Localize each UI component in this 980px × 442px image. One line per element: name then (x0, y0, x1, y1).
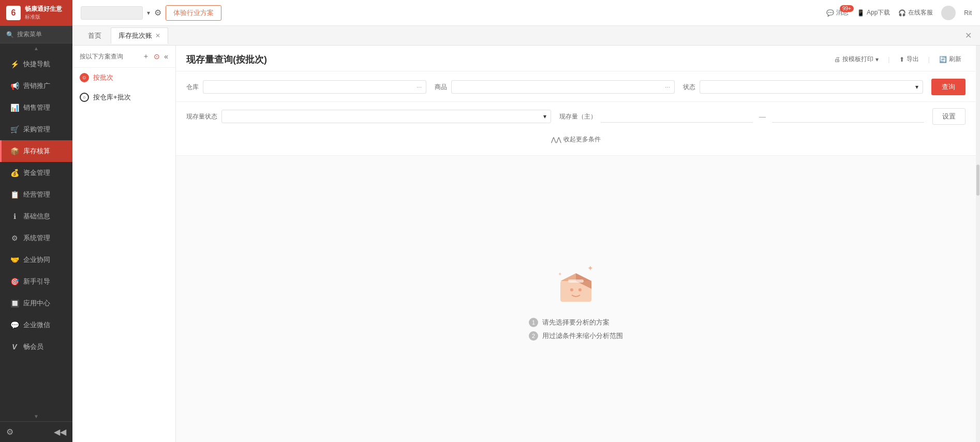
right-content-panel: 现存量查询(按批次) 🖨 按模板打印 ▾ | ⬆ 导出 | 🔄 (176, 46, 976, 442)
tab-home[interactable]: 首页 (81, 27, 109, 44)
app-download-button[interactable]: 📱 App下载 (857, 8, 890, 17)
tip-text-2: 用过滤条件来缩小分析范围 (542, 331, 623, 341)
username-label[interactable]: Rit (964, 9, 972, 17)
tab-home-label: 首页 (88, 31, 101, 40)
collapse-up-icon: ⋀⋀ (551, 136, 561, 143)
tab-inventory-batch-label: 库存批次账 (118, 31, 152, 40)
inventory-label: 库存核算 (23, 146, 50, 156)
scheme-panel: 按以下方案查询 ＋ ⊙ « ⊙ 按批次 ○ 按仓库+批次 (72, 46, 176, 442)
product-more-icon[interactable]: ··· (665, 83, 670, 91)
quicknav-icon: ⚡ (10, 60, 19, 69)
purchase-label: 采购管理 (23, 125, 50, 134)
sidebar-item-basic[interactable]: ℹ 基础信息 (0, 205, 72, 227)
warehouse-more-icon[interactable]: ··· (417, 83, 422, 91)
sidebar-item-quicknav[interactable]: ⚡ 快捷导航 (0, 53, 72, 75)
search-menu-item[interactable]: 🔍 搜索菜单 (0, 26, 72, 43)
operations-icon: 📋 (10, 190, 19, 199)
print-button[interactable]: 🖨 按模板打印 ▾ (830, 53, 883, 66)
add-scheme-icon[interactable]: ＋ (142, 52, 150, 61)
right-scrollbar[interactable] (976, 46, 980, 442)
tab-panel-close-icon[interactable]: ✕ (965, 31, 972, 40)
settings-button[interactable]: 设置 (932, 108, 966, 125)
sidebar-item-system[interactable]: ⚙ 系统管理 (0, 227, 72, 249)
search-menu-label: 搜索菜单 (17, 30, 42, 39)
sidebar-item-appstore[interactable]: 🔲 应用中心 (0, 292, 72, 314)
scheme-panel-header: 按以下方案查询 ＋ ⊙ « (72, 46, 175, 68)
collapse-label: 收起更多条件 (563, 135, 601, 144)
scheme-panel-title: 按以下方案查询 (80, 52, 123, 61)
print-icon: 🖨 (834, 56, 840, 63)
sidebar-item-weixin[interactable]: 💬 企业微信 (0, 314, 72, 336)
topbar-settings-icon[interactable]: ⚙ (154, 8, 161, 18)
sidebar-item-inventory[interactable]: 📦 库存核算 (0, 140, 72, 162)
svg-rect-3 (568, 279, 584, 283)
empty-state: ✦ ✦ 1 请先选择要分析的方案 2 用过滤条件来缩小分析范围 (176, 156, 976, 442)
sidebar-item-marketing[interactable]: 📢 营销推广 (0, 75, 72, 97)
topbar-right: 💬 消息 99+ 📱 App下载 🎧 在线客服 Rit (826, 6, 972, 20)
product-label: 商品 (435, 83, 447, 92)
collapse-sidebar-icon[interactable]: ◀◀ (54, 427, 66, 437)
settings-bottom-icon[interactable]: ⚙ (6, 427, 13, 437)
stock-qty-group: 现存量（主） — (559, 111, 924, 123)
scheme-wh-batch-label: 按仓库+批次 (93, 93, 131, 102)
status-select[interactable]: ▾ (700, 80, 923, 94)
basic-icon: ℹ (10, 212, 19, 221)
user-avatar[interactable] (941, 6, 956, 20)
svg-text:✦: ✦ (587, 264, 593, 272)
tab-close-icon[interactable]: ✕ (155, 32, 160, 39)
topbar-dropdown-icon[interactable]: ▾ (147, 9, 150, 17)
scroll-up-arrow[interactable]: ▲ (0, 43, 72, 53)
settings-scheme-icon[interactable]: ⊙ (154, 52, 160, 61)
appstore-label: 应用中心 (23, 299, 50, 308)
operations-label: 经营管理 (23, 190, 50, 199)
refresh-label: 刷新 (949, 55, 961, 64)
sales-icon: 📊 (10, 103, 19, 112)
stock-status-group: 现存量状态 ▾ (186, 110, 551, 123)
sidebar-item-guide[interactable]: 🎯 新手引导 (0, 271, 72, 292)
app-logo: 6 (6, 6, 21, 20)
scheme-batch-label: 按批次 (93, 73, 113, 82)
sidebar-bottom: ⚙ ◀◀ (0, 421, 72, 442)
empty-tip-2: 2 用过滤条件来缩小分析范围 (529, 331, 623, 341)
sidebar-item-collab[interactable]: 🤝 企业协同 (0, 249, 72, 271)
sidebar-item-sales[interactable]: 📊 销售管理 (0, 97, 72, 119)
member-icon: V (10, 342, 19, 351)
tab-inventory-batch[interactable]: 库存批次账 ✕ (111, 27, 168, 44)
collapse-filter-btn[interactable]: ⋀⋀ 收起更多条件 (186, 131, 966, 148)
stock-qty-min-input[interactable] (601, 111, 753, 123)
stock-status-label: 现存量状态 (186, 112, 217, 121)
appstore-icon: 🔲 (10, 299, 19, 308)
print-dropdown-icon[interactable]: ▾ (875, 56, 879, 63)
sidebar-item-purchase[interactable]: 🛒 采购管理 (0, 119, 72, 140)
guide-icon: 🎯 (10, 277, 19, 286)
refresh-icon: 🔄 (939, 56, 947, 63)
action-divider-2: | (928, 55, 930, 63)
collapse-panel-icon[interactable]: « (164, 52, 168, 61)
sidebar-item-member[interactable]: V 畅会员 (0, 336, 72, 358)
refresh-button[interactable]: 🔄 刷新 (935, 53, 966, 66)
scheme-item-batch[interactable]: ⊙ 按批次 (72, 68, 175, 87)
stock-status-select[interactable]: ▾ (221, 110, 551, 123)
print-label: 按模板打印 (842, 55, 873, 64)
sidebar-header: 6 畅康通好生意 标准版 (0, 0, 72, 26)
stock-qty-max-input[interactable] (772, 111, 924, 123)
quicknav-label: 快捷导航 (23, 60, 50, 69)
message-button[interactable]: 💬 消息 99+ (826, 8, 849, 17)
status-filter-group: 状态 ▾ (683, 80, 923, 94)
sidebar-item-operations[interactable]: 📋 经营管理 (0, 184, 72, 205)
sidebar-item-finance[interactable]: 💰 资金管理 (0, 162, 72, 184)
tip-text-1: 请先选择要分析的方案 (542, 318, 610, 327)
trial-button[interactable]: 体验行业方案 (166, 5, 221, 21)
query-button[interactable]: 查询 (931, 79, 966, 95)
warehouse-input[interactable]: ··· (203, 80, 426, 94)
app-title-block: 畅康通好生意 标准版 (25, 5, 62, 21)
online-service-button[interactable]: 🎧 在线客服 (898, 8, 933, 17)
headset-icon: 🎧 (898, 9, 906, 17)
scroll-down-arrow[interactable]: ▼ (0, 411, 72, 421)
product-input[interactable]: ··· (451, 80, 675, 94)
finance-icon: 💰 (10, 168, 19, 178)
filter-divider (176, 101, 976, 102)
export-button[interactable]: ⬆ 导出 (895, 53, 923, 66)
sidebar: 6 畅康通好生意 标准版 🔍 搜索菜单 ▲ ⚡ 快捷导航 📢 营销推广 📊 销售… (0, 0, 72, 442)
scheme-item-warehouse-batch[interactable]: ○ 按仓库+批次 (72, 87, 175, 107)
